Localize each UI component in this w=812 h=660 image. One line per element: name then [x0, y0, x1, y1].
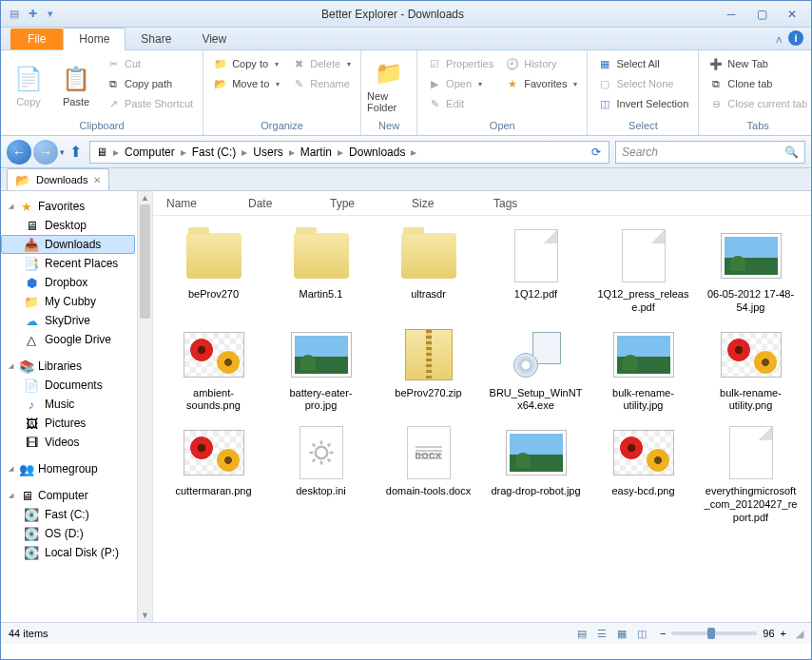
file-item[interactable]: desktop.ini [270, 422, 372, 526]
view-icons-button[interactable]: ◫ [634, 626, 649, 641]
sidebar-item-music[interactable]: ♪Music [1, 395, 135, 414]
breadcrumb-seg[interactable]: Users [249, 146, 286, 159]
refresh-button[interactable]: ⟳ [586, 146, 607, 159]
qat-overflow-icon[interactable]: ▾ [43, 7, 58, 22]
paste-button[interactable]: 📋Paste [54, 54, 98, 117]
file-item[interactable]: BRU_Setup_WinNTx64.exe [485, 324, 587, 416]
column-headers[interactable]: Name Date Type Size Tags [153, 191, 811, 216]
open-button[interactable]: ▶Open [423, 74, 497, 93]
file-item[interactable]: everythingmicrosoft_com_20120427_report.… [700, 422, 802, 526]
breadcrumb-root-icon[interactable]: 🖥 [92, 146, 111, 159]
col-date[interactable]: Date [248, 197, 319, 210]
sidebar-item-cubby[interactable]: 📁My Cubby [1, 292, 135, 311]
sidebar-item-skydrive[interactable]: ☁SkyDrive [1, 311, 135, 330]
view-list-button[interactable]: ☰ [594, 626, 609, 641]
tab-share[interactable]: Share [126, 29, 186, 49]
col-tags[interactable]: Tags [493, 197, 564, 210]
sidebar-item-recent[interactable]: 📑Recent Places [1, 254, 135, 273]
file-item[interactable]: bulk-rename-utility.png [700, 324, 802, 416]
file-item[interactable]: ambient-sounds.png [163, 324, 264, 416]
file-item[interactable]: Martin5.1 [270, 225, 372, 317]
col-name[interactable]: Name [166, 197, 237, 210]
copy-path-button[interactable]: ⧉Copy path [102, 74, 197, 93]
file-item[interactable]: ultrasdr [377, 225, 479, 317]
navigation-pane[interactable]: ▲▼ ★Favorites 🖥Desktop 📥Downloads 📑Recen… [1, 191, 153, 622]
sidebar-item-pictures[interactable]: 🖼Pictures [1, 414, 135, 433]
file-item[interactable]: battery-eater-pro.jpg [270, 324, 372, 416]
col-type[interactable]: Type [330, 197, 400, 210]
tree-libraries[interactable]: 📚Libraries [1, 357, 135, 376]
resize-grip[interactable]: ◢ [796, 628, 803, 640]
close-current-tab-button[interactable]: ⊖Close current tab [705, 94, 811, 113]
file-tab[interactable]: File [10, 29, 63, 49]
tree-favorites[interactable]: ★Favorites [1, 197, 135, 216]
tab-close-button[interactable]: ✕ [93, 175, 101, 185]
rename-button[interactable]: ✎Rename [287, 74, 355, 93]
tab-view[interactable]: View [186, 29, 242, 49]
file-item[interactable]: beProv270 [163, 225, 264, 317]
edit-button[interactable]: ✎Edit [423, 94, 497, 113]
file-item[interactable]: cuttermaran.png [163, 422, 264, 526]
nav-up-button[interactable]: ⬆ [67, 144, 84, 161]
qat-new-icon[interactable]: ✚ [25, 7, 40, 22]
paste-shortcut-button[interactable]: ↗Paste Shortcut [102, 94, 197, 113]
properties-button[interactable]: ☑Properties [423, 54, 497, 73]
zoom-in-button[interactable]: + [781, 628, 786, 639]
cut-button[interactable]: ✂Cut [102, 54, 197, 73]
history-button[interactable]: 🕘History [501, 54, 581, 73]
zoom-out-button[interactable]: − [660, 628, 666, 639]
file-item[interactable]: beProv270.zip [377, 324, 479, 416]
delete-button[interactable]: ✖Delete [287, 54, 355, 73]
sidebar-item-drive-d[interactable]: 💽OS (D:) [1, 524, 135, 543]
tab-home[interactable]: Home [63, 28, 126, 50]
collapse-ribbon-icon[interactable]: ʌ [776, 33, 783, 46]
nav-forward-button[interactable]: → [33, 140, 58, 165]
file-item[interactable]: 06-05-2012 17-48-54.jpg [700, 225, 802, 317]
zoom-slider[interactable] [671, 631, 757, 635]
file-grid[interactable]: beProv270Martin5.1ultrasdr1Q12.pdf1Q12_p… [153, 216, 811, 622]
invert-selection-button[interactable]: ◫Invert Selection [593, 94, 692, 113]
breadcrumb-seg[interactable]: Fast (C:) [188, 146, 241, 159]
col-size[interactable]: Size [412, 197, 482, 210]
sidebar-item-dropbox[interactable]: ⬢Dropbox [1, 273, 135, 292]
nav-back-button[interactable]: ← [7, 140, 31, 165]
breadcrumb[interactable]: 🖥▸ Computer▸ Fast (C:)▸ Users▸ Martin▸ D… [89, 141, 609, 164]
file-item[interactable]: bulk-rename-utility.jpg [592, 324, 694, 416]
sidebar-scrollbar[interactable]: ▲▼ [137, 191, 152, 622]
tree-homegroup[interactable]: 👥Homegroup [1, 459, 135, 478]
close-button[interactable]: ✕ [783, 8, 802, 21]
sidebar-item-downloads[interactable]: 📥Downloads [1, 235, 135, 254]
sidebar-item-gdrive[interactable]: △Google Drive [1, 330, 135, 349]
file-item[interactable]: easy-bcd.png [592, 422, 694, 526]
move-to-button[interactable]: 📂Move to [209, 74, 283, 93]
view-details-button[interactable]: ▤ [574, 626, 590, 641]
sidebar-item-drive-c[interactable]: 💽Fast (C:) [1, 505, 135, 524]
favorites-button[interactable]: ★Favorites [501, 74, 581, 93]
nav-history-dropdown[interactable]: ▾ [60, 147, 65, 157]
file-item[interactable]: drag-drop-robot.jpg [485, 422, 587, 526]
help-icon[interactable]: i [788, 30, 803, 46]
qat-app-icon[interactable]: ▤ [7, 7, 22, 22]
file-item[interactable]: DOCXdomain-tools.docx [377, 422, 479, 526]
tree-computer[interactable]: 🖥Computer [1, 486, 135, 505]
breadcrumb-seg[interactable]: Computer [121, 146, 179, 159]
copy-to-button[interactable]: 📁Copy to [209, 54, 283, 73]
maximize-button[interactable]: ▢ [752, 8, 771, 21]
minimize-button[interactable]: ─ [722, 8, 741, 21]
copy-button[interactable]: 📄Copy [7, 54, 50, 117]
new-tab-button[interactable]: ➕New Tab [705, 54, 811, 73]
zoom-control[interactable]: − 96 + [660, 628, 786, 639]
select-all-button[interactable]: ▦Select All [593, 54, 692, 73]
breadcrumb-seg[interactable]: Martin [297, 146, 336, 159]
sidebar-item-desktop[interactable]: 🖥Desktop [1, 216, 135, 235]
breadcrumb-seg[interactable]: Downloads [345, 146, 409, 159]
select-none-button[interactable]: ▢Select None [593, 74, 692, 93]
sidebar-item-drive-p[interactable]: 💽Local Disk (P:) [1, 543, 135, 562]
sidebar-item-documents[interactable]: 📄Documents [1, 376, 135, 395]
clone-tab-button[interactable]: ⧉Clone tab [705, 74, 811, 93]
file-item[interactable]: 1Q12.pdf [485, 225, 587, 317]
document-tab[interactable]: 📂 Downloads ✕ [7, 168, 109, 190]
new-folder-button[interactable]: 📁New Folder [367, 54, 411, 117]
file-item[interactable]: 1Q12_press_release.pdf [592, 225, 694, 317]
search-input[interactable]: Search 🔍 [615, 141, 805, 164]
